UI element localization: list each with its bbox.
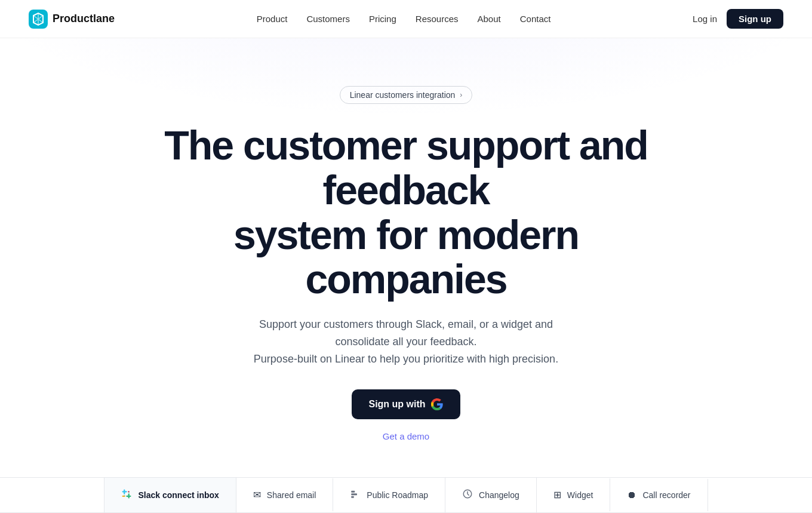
svg-rect-12 bbox=[352, 496, 355, 497]
tab-call-recorder[interactable]: ⏺ Call recorder bbox=[610, 479, 708, 511]
tab-changelog[interactable]: Changelog bbox=[445, 478, 537, 512]
svg-point-9 bbox=[128, 491, 130, 492]
brand-name: Productlane bbox=[53, 13, 115, 25]
roadmap-icon bbox=[350, 489, 361, 502]
cta-label: Sign up with bbox=[368, 399, 425, 410]
demo-link[interactable]: Get a demo bbox=[383, 431, 429, 441]
tab-roadmap[interactable]: Public Roadmap bbox=[333, 478, 445, 512]
badge-text: Linear customers integration bbox=[350, 90, 456, 100]
svg-rect-10 bbox=[352, 490, 355, 492]
logo[interactable]: Productlane bbox=[29, 10, 115, 29]
google-icon bbox=[430, 398, 444, 411]
chevron-right-icon: › bbox=[460, 91, 462, 99]
svg-rect-11 bbox=[352, 493, 358, 495]
tab-call-recorder-label: Call recorder bbox=[642, 490, 690, 500]
hero-badge[interactable]: Linear customers integration › bbox=[340, 86, 473, 104]
navbar: Productlane Product Customers Pricing Re… bbox=[0, 0, 812, 38]
record-icon: ⏺ bbox=[627, 490, 636, 500]
widget-icon: ⊞ bbox=[553, 489, 561, 500]
tab-changelog-label: Changelog bbox=[479, 490, 519, 500]
nav-contact[interactable]: Contact bbox=[520, 14, 551, 24]
tab-widget[interactable]: ⊞ Widget bbox=[537, 478, 611, 511]
email-icon: ✉ bbox=[253, 489, 261, 500]
changelog-icon bbox=[462, 489, 473, 502]
tab-widget-label: Widget bbox=[567, 490, 593, 500]
login-button[interactable]: Log in bbox=[693, 14, 717, 24]
hero-title: The customer support and feedback system… bbox=[137, 123, 675, 302]
nav-product[interactable]: Product bbox=[257, 14, 288, 24]
hero-title-line2: system for modern companies bbox=[233, 212, 579, 302]
svg-rect-8 bbox=[122, 495, 125, 496]
signup-button[interactable]: Sign up bbox=[727, 9, 783, 29]
feature-tabs: Slack connect inbox ✉ Shared email Publi… bbox=[0, 477, 812, 513]
tab-slack[interactable]: Slack connect inbox bbox=[104, 478, 236, 512]
hero-subtitle-line1: Support your customers through Slack, em… bbox=[259, 318, 553, 348]
slack-icon bbox=[121, 489, 132, 502]
nav-customers[interactable]: Customers bbox=[306, 14, 350, 24]
cta-button[interactable]: Sign up with bbox=[352, 389, 460, 419]
nav-about[interactable]: About bbox=[478, 14, 501, 24]
hero-title-line1: The customer support and feedback bbox=[164, 122, 648, 213]
tab-email-label: Shared email bbox=[267, 490, 316, 500]
svg-rect-2 bbox=[122, 491, 127, 492]
hero-subtitle-line2: Purpose-built on Linear to help you prio… bbox=[254, 353, 558, 365]
tab-email[interactable]: ✉ Shared email bbox=[236, 478, 334, 511]
tab-roadmap-label: Public Roadmap bbox=[367, 490, 428, 500]
nav-links: Product Customers Pricing Resources Abou… bbox=[257, 14, 551, 24]
tab-slack-label: Slack connect inbox bbox=[138, 490, 219, 500]
hero-section: Linear customers integration › The custo… bbox=[0, 38, 812, 477]
hero-subtitle: Support your customers through Slack, em… bbox=[233, 316, 579, 367]
svg-rect-6 bbox=[127, 495, 131, 496]
nav-pricing[interactable]: Pricing bbox=[369, 14, 396, 24]
nav-actions: Log in Sign up bbox=[693, 9, 783, 29]
nav-resources[interactable]: Resources bbox=[416, 14, 459, 24]
